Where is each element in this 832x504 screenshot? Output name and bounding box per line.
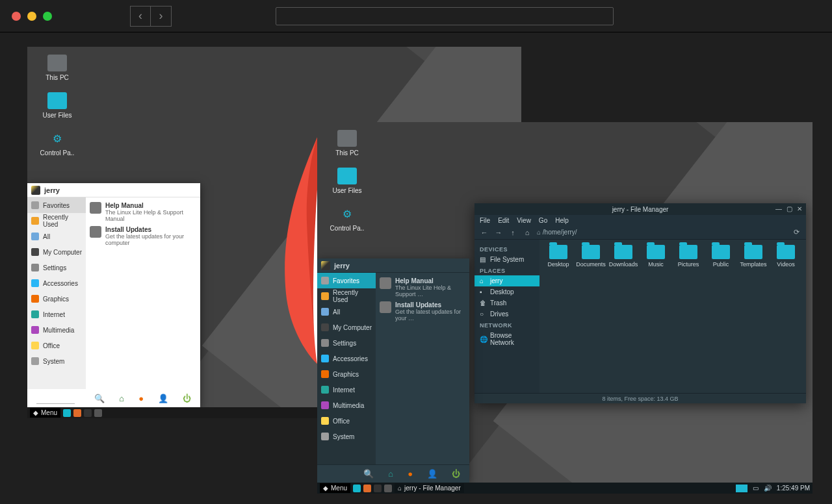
fm-minimize-button[interactable]: —	[775, 205, 783, 212]
taskbar-menu-button[interactable]: ◆Menu	[320, 483, 350, 493]
category-icon	[31, 310, 39, 318]
start-menu-category[interactable]: Graphics	[317, 366, 376, 382]
fm-home-button[interactable]: ⌂	[523, 229, 532, 236]
fm-side-item[interactable]: ▤File System	[474, 254, 540, 265]
fm-menu-item[interactable]: File	[480, 217, 490, 224]
start-menu-category[interactable]: Multimedia	[27, 322, 86, 338]
taskbar-firefox-icon[interactable]	[73, 409, 81, 417]
close-dot[interactable]	[12, 12, 21, 21]
start-menu-category[interactable]: Recently Used	[27, 213, 86, 229]
lock-icon[interactable]: ●	[138, 394, 144, 403]
fm-up-button[interactable]: ↑	[508, 229, 517, 236]
address-bar[interactable]	[276, 7, 614, 25]
tray-display-icon[interactable]: ▭	[753, 485, 759, 492]
tray-clock[interactable]: 1:25:49 PM	[777, 485, 810, 492]
fm-menu-item[interactable]: Help	[555, 217, 569, 224]
power-icon[interactable]: ⏻	[452, 469, 460, 479]
start-menu-category[interactable]: Accessories	[317, 351, 376, 366]
fm-folder[interactable]: Videos	[770, 245, 802, 268]
start-menu-category[interactable]: My Computer	[317, 320, 376, 335]
fm-menu-item[interactable]: Edit	[498, 217, 509, 224]
start-menu-category[interactable]: System	[27, 353, 86, 369]
start-menu-category[interactable]: Internet	[27, 307, 86, 322]
fm-side-label: Browse Network	[490, 332, 534, 346]
fm-side-item[interactable]: ▪Desktop	[474, 286, 540, 297]
fm-menu-item[interactable]: Go	[539, 217, 547, 224]
desktop-icon-gear[interactable]: ⚙Control Pa..	[328, 205, 367, 232]
start-menu-category[interactable]: Recently Used	[317, 288, 376, 304]
start-menu-category[interactable]: Settings	[27, 260, 86, 275]
user-icon[interactable]: 👤	[427, 469, 437, 479]
desktop-icon-folder[interactable]: User Files	[38, 92, 77, 119]
taskbar-filemanager-icon[interactable]	[63, 409, 71, 417]
power-icon[interactable]: ⏻	[183, 394, 191, 403]
start-menu-category[interactable]: Favorites	[27, 197, 86, 213]
fm-close-button[interactable]: ✕	[796, 205, 803, 212]
start-menu-category[interactable]: Graphics	[27, 291, 86, 307]
fm-menu-item[interactable]: View	[517, 217, 531, 224]
taskbar-menu-button[interactable]: ◆Menu	[30, 408, 60, 418]
tray-volume-icon[interactable]: 🔊	[764, 485, 772, 492]
start-menu-app[interactable]: Install UpdatesGet the latest updates fo…	[378, 299, 467, 323]
taskbar-terminal-icon[interactable]	[374, 485, 382, 492]
desktop-icon-pc[interactable]: This PC	[328, 130, 367, 157]
fm-refresh-button[interactable]: ⟳	[792, 228, 801, 236]
fm-folder[interactable]: Downloads	[607, 245, 640, 268]
fm-side-item[interactable]: 🗑Trash	[474, 297, 540, 309]
fm-back-button[interactable]: ←	[480, 229, 489, 236]
fm-forward-button[interactable]: →	[494, 229, 503, 236]
search-icon[interactable]: 🔍	[94, 394, 105, 403]
start-menu-category[interactable]: System	[317, 429, 376, 444]
workspace-indicator[interactable]	[736, 485, 748, 492]
home-icon[interactable]: ⌂	[119, 394, 124, 403]
start-menu-category[interactable]: My Computer	[27, 244, 86, 260]
fm-folder[interactable]: Templates	[737, 245, 770, 268]
desktop-icon-gear[interactable]: ⚙Control Pa..	[38, 130, 77, 157]
start-menu-app[interactable]: Help ManualThe Linux Lite Help & Support…	[378, 275, 467, 299]
desktop-icon-folder[interactable]: User Files	[328, 168, 367, 194]
folder-icon	[549, 245, 567, 259]
fm-side-item[interactable]: ○Drives	[474, 309, 540, 320]
start-menu-app[interactable]: Install UpdatesGet the latest updates fo…	[88, 224, 198, 248]
nav-forward-button[interactable]: ›	[151, 6, 172, 27]
zoom-dot[interactable]	[43, 12, 52, 21]
start-menu-category[interactable]: Settings	[317, 335, 376, 351]
fm-folder[interactable]: Desktop	[542, 245, 575, 268]
lock-icon[interactable]: ●	[408, 469, 413, 479]
fm-side-header: PLACES	[474, 265, 540, 275]
fm-folder[interactable]: Pictures	[672, 245, 705, 268]
start-menu-search[interactable]	[36, 392, 75, 404]
taskbar-filemanager-icon[interactable]	[353, 485, 361, 492]
search-icon[interactable]: 🔍	[363, 469, 374, 479]
app-subtitle: The Linux Lite Help & Support Manual	[105, 209, 196, 222]
fm-folder[interactable]: Public	[705, 245, 737, 268]
fm-maximize-button[interactable]: ▢	[785, 205, 793, 212]
fm-path[interactable]: ⌂ /home/jerry/	[537, 229, 786, 236]
start-menu-category[interactable]: Multimedia	[317, 397, 376, 413]
taskbar-terminal-icon[interactable]	[84, 409, 92, 417]
taskbar-app-icon[interactable]	[94, 409, 102, 417]
fm-side-item[interactable]: 🌐Browse Network	[474, 330, 540, 348]
start-menu-category[interactable]: Accessories	[27, 275, 86, 291]
taskbar-app-icon[interactable]	[384, 485, 392, 492]
fm-folder[interactable]: Music	[640, 245, 672, 268]
app-icon	[90, 202, 101, 214]
start-menu-category[interactable]: All	[317, 304, 376, 320]
desktop-icon-pc[interactable]: This PC	[38, 55, 77, 81]
home-icon[interactable]: ⌂	[388, 469, 393, 479]
start-menu-category[interactable]: Office	[317, 413, 376, 429]
taskbar-task-filemanager[interactable]: ⌂jerry - File Manager	[395, 483, 464, 493]
nav-back-button[interactable]: ‹	[130, 6, 151, 27]
fm-side-item[interactable]: ⌂jerry	[474, 275, 540, 286]
app-icon	[90, 226, 101, 238]
start-menu-category[interactable]: Favorites	[317, 273, 376, 288]
minimize-dot[interactable]	[27, 12, 36, 21]
start-menu-category[interactable]: Office	[27, 338, 86, 353]
start-menu-category[interactable]: All	[27, 229, 86, 244]
category-label: Multimedia	[43, 327, 74, 334]
taskbar-firefox-icon[interactable]	[363, 485, 371, 492]
start-menu-category[interactable]: Internet	[317, 382, 376, 397]
fm-folder[interactable]: Documents	[575, 245, 607, 268]
start-menu-app[interactable]: Help ManualThe Linux Lite Help & Support…	[88, 200, 198, 224]
user-icon[interactable]: 👤	[158, 394, 168, 403]
